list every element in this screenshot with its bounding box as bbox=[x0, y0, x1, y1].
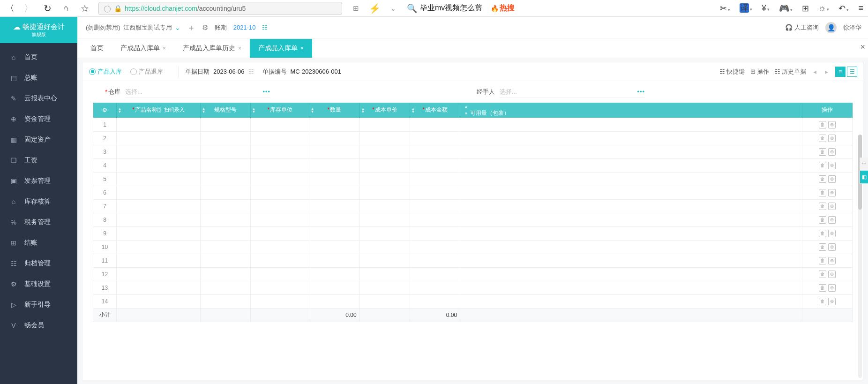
float-tab-1[interactable]: ⋯ bbox=[860, 158, 868, 171]
more-icon[interactable]: ••• bbox=[637, 88, 645, 95]
add-row-icon[interactable]: ⊕ bbox=[828, 189, 836, 196]
tab-0[interactable]: 首页 bbox=[82, 39, 112, 58]
sidebar-item-12[interactable]: ▷新手引导 bbox=[0, 294, 77, 315]
table-row[interactable]: 3🗑⊕ bbox=[93, 145, 853, 158]
col-gear[interactable]: ⚙ bbox=[93, 103, 117, 118]
sidebar-item-10[interactable]: ☷归档管理 bbox=[0, 253, 77, 274]
delete-row-icon[interactable]: 🗑 bbox=[819, 257, 826, 264]
sidebar-item-11[interactable]: ⚙基础设置 bbox=[0, 274, 77, 294]
add-row-icon[interactable]: ⊕ bbox=[828, 284, 836, 292]
delete-row-icon[interactable]: 🗑 bbox=[819, 175, 826, 183]
table-row[interactable]: 12🗑⊕ bbox=[93, 267, 853, 281]
translate-icon[interactable]: 译 bbox=[740, 3, 752, 13]
sidebar-item-0[interactable]: ⌂首页 bbox=[0, 47, 77, 68]
favorite-icon[interactable]: ☆ bbox=[80, 3, 90, 14]
delete-row-icon[interactable]: 🗑 bbox=[819, 203, 826, 210]
table-row[interactable]: 1🗑⊕ bbox=[93, 118, 853, 131]
tab-1[interactable]: 产成品入库单× bbox=[112, 39, 174, 58]
search-box[interactable]: 🔍 毕业mv视频怎么剪 bbox=[407, 3, 482, 14]
add-row-icon[interactable]: ⊕ bbox=[828, 135, 836, 142]
doc-date[interactable]: 单据日期 2023-06-06 ☷ bbox=[185, 68, 254, 76]
home-icon[interactable]: ⌂ bbox=[61, 3, 71, 14]
table-row[interactable]: 8🗑⊕ bbox=[93, 213, 853, 226]
company-selector[interactable]: (勿删勿禁用) 江西服宝测试专用 ⌄ bbox=[86, 23, 180, 32]
sidebar-item-13[interactable]: V畅会员 bbox=[0, 315, 77, 336]
gear-icon[interactable]: ⚙ bbox=[202, 23, 208, 32]
user-name[interactable]: 徐泽华 bbox=[843, 23, 861, 32]
delete-row-icon[interactable]: 🗑 bbox=[819, 216, 826, 224]
col-qty[interactable]: ▴▾*数量 bbox=[309, 103, 359, 118]
table-row[interactable]: 7🗑⊕ bbox=[93, 199, 853, 213]
reload-icon[interactable]: ↻ bbox=[42, 3, 52, 14]
forward-icon[interactable]: 〉 bbox=[23, 3, 34, 14]
coin-icon[interactable]: ¥ bbox=[762, 3, 770, 13]
history-button[interactable]: ☷ 历史单据 bbox=[775, 68, 806, 76]
brand[interactable]: 畅捷通好会计 旗舰版 bbox=[0, 17, 77, 43]
dropdown-icon[interactable]: ⌄ bbox=[388, 3, 398, 14]
close-icon[interactable]: × bbox=[163, 45, 166, 52]
add-row-icon[interactable]: ⊕ bbox=[828, 148, 836, 156]
hot-search[interactable]: 热搜 bbox=[491, 3, 515, 13]
delete-row-icon[interactable]: 🗑 bbox=[819, 162, 826, 169]
col-unit[interactable]: ▴▾*库存单位 bbox=[251, 103, 309, 118]
menu-icon[interactable]: ≡ bbox=[858, 3, 863, 13]
sidebar-item-2[interactable]: ✎云报表中心 bbox=[0, 88, 77, 109]
handler-field[interactable]: 经手人 选择...••• bbox=[477, 86, 645, 98]
float-tab-2[interactable]: ◧ bbox=[860, 171, 868, 184]
col-spec[interactable]: ▴▾规格型号 bbox=[200, 103, 250, 118]
operate-button[interactable]: ⊞ 操作 bbox=[750, 68, 769, 76]
period-value[interactable]: 2021-10 bbox=[233, 24, 256, 31]
tab-2[interactable]: 产成品入库单历史× bbox=[174, 39, 250, 58]
add-row-icon[interactable]: ⊕ bbox=[828, 257, 836, 264]
table-row[interactable]: 10🗑⊕ bbox=[93, 240, 853, 254]
sidebar-item-5[interactable]: ❏工资 bbox=[0, 150, 77, 171]
next-icon[interactable]: ▸ bbox=[823, 68, 830, 75]
table-row[interactable]: 14🗑⊕ bbox=[93, 294, 853, 308]
table-row[interactable]: 11🗑⊕ bbox=[93, 254, 853, 267]
help-button[interactable]: 🎧 人工咨询 bbox=[785, 23, 819, 32]
address-bar[interactable]: ◯ 🔒 https://cloud.chanjet.com/accounting… bbox=[98, 2, 342, 15]
flash-icon[interactable]: ⚡ bbox=[369, 3, 380, 14]
col-avail[interactable]: ▴▾可用量（包装） bbox=[460, 103, 802, 118]
table-row[interactable]: 2🗑⊕ bbox=[93, 131, 853, 145]
add-row-icon[interactable]: ⊕ bbox=[828, 162, 836, 169]
sidebar-item-6[interactable]: ▣发票管理 bbox=[0, 171, 77, 191]
back-icon[interactable]: 〈 bbox=[5, 3, 15, 14]
delete-row-icon[interactable]: 🗑 bbox=[819, 243, 826, 251]
delete-row-icon[interactable]: 🗑 bbox=[819, 148, 826, 156]
table-row[interactable]: 6🗑⊕ bbox=[93, 186, 853, 199]
avatar[interactable]: 👤 bbox=[825, 22, 837, 33]
undo-icon[interactable]: ↶ bbox=[838, 3, 849, 14]
delete-row-icon[interactable]: 🗑 bbox=[819, 135, 826, 142]
sidebar-item-8[interactable]: ℅税务管理 bbox=[0, 212, 77, 233]
game-icon[interactable]: 🎮 bbox=[779, 3, 793, 14]
delete-row-icon[interactable]: 🗑 bbox=[819, 284, 826, 292]
brightness-icon[interactable]: ☼ bbox=[818, 3, 830, 13]
table-row[interactable]: 4🗑⊕ bbox=[93, 158, 853, 172]
sidebar-item-4[interactable]: ▦固定资产 bbox=[0, 129, 77, 150]
close-icon[interactable]: × bbox=[238, 45, 241, 52]
add-row-icon[interactable]: ⊕ bbox=[828, 230, 836, 237]
delete-row-icon[interactable]: 🗑 bbox=[819, 189, 826, 196]
view-toggle[interactable]: ≡☰ bbox=[835, 67, 857, 77]
warehouse-field[interactable]: *仓库 选择...••• bbox=[105, 86, 270, 98]
add-row-icon[interactable]: ⊕ bbox=[828, 298, 836, 305]
add-row-icon[interactable]: ⊕ bbox=[828, 203, 836, 210]
delete-row-icon[interactable]: 🗑 bbox=[819, 121, 826, 128]
sidebar-item-3[interactable]: ⊕资金管理 bbox=[0, 109, 77, 129]
tab-3[interactable]: 产成品入库单× bbox=[250, 39, 312, 58]
delete-row-icon[interactable]: 🗑 bbox=[819, 271, 826, 278]
table-row[interactable]: 5🗑⊕ bbox=[93, 172, 853, 186]
table-row[interactable]: 13🗑⊕ bbox=[93, 281, 853, 294]
more-icon[interactable]: ••• bbox=[262, 88, 270, 95]
add-row-icon[interactable]: ⊕ bbox=[828, 216, 836, 224]
sidebar-item-9[interactable]: ⊞结账 bbox=[0, 233, 77, 253]
col-name[interactable]: ▴▾*产品名称⍰ 扫码录入 bbox=[117, 103, 201, 118]
add-row-icon[interactable]: ⊕ bbox=[828, 175, 836, 183]
scissors-icon[interactable]: ✂ bbox=[720, 3, 730, 14]
add-icon[interactable]: ＋ bbox=[187, 22, 195, 33]
delete-row-icon[interactable]: 🗑 bbox=[819, 230, 826, 237]
float-tabs[interactable]: ⋯ ◧ bbox=[860, 158, 868, 184]
sidebar-item-7[interactable]: ⌂库存核算 bbox=[0, 191, 77, 212]
sidebar-item-1[interactable]: ▤总账 bbox=[0, 68, 77, 88]
